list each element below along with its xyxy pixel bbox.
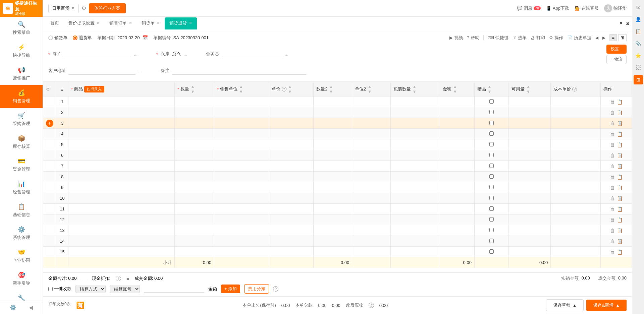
gift-checkbox[interactable] bbox=[489, 153, 494, 157]
row-product-cell[interactable] bbox=[68, 193, 175, 204]
row-available-cell[interactable] bbox=[509, 214, 551, 225]
row-pack-cell[interactable] bbox=[391, 247, 440, 257]
row-qty-cell[interactable] bbox=[174, 225, 214, 236]
row-available-cell[interactable] bbox=[509, 139, 551, 150]
amount-sort-icon[interactable]: ▲▼ bbox=[453, 84, 457, 94]
tab-sales-order-close[interactable]: ✕ bbox=[129, 21, 132, 25]
gear-col-icon[interactable]: ⚙ bbox=[46, 87, 50, 92]
row-product-cell[interactable] bbox=[68, 150, 175, 161]
right-panel-image-icon[interactable]: 🖼 bbox=[634, 63, 643, 72]
row-pack-cell[interactable] bbox=[391, 204, 440, 214]
message-btn[interactable]: 💬 消息 70 bbox=[517, 5, 541, 11]
row-qty2-cell[interactable] bbox=[314, 118, 352, 129]
delete-row-icon[interactable]: 🗑 bbox=[610, 249, 615, 255]
row-amount-cell[interactable] bbox=[440, 214, 475, 225]
product-input[interactable] bbox=[71, 174, 172, 179]
row-gift-cell[interactable] bbox=[474, 214, 509, 225]
row-product-cell[interactable] bbox=[68, 225, 175, 236]
discount-info-icon[interactable]: ? bbox=[116, 276, 121, 281]
gift-checkbox[interactable] bbox=[489, 217, 494, 222]
row-unit2-cell[interactable] bbox=[352, 118, 391, 129]
row-qty-cell[interactable] bbox=[174, 97, 214, 107]
user-profile[interactable]: 头 徐泽华 bbox=[604, 4, 627, 12]
row-qty-cell[interactable] bbox=[174, 139, 214, 150]
row-product-cell[interactable] bbox=[68, 214, 175, 225]
row-price-cell[interactable] bbox=[269, 97, 313, 107]
right-panel-star-icon[interactable]: ⭐ bbox=[634, 51, 643, 60]
settlement-select[interactable]: 结算方式 bbox=[75, 285, 106, 293]
row-gift-cell[interactable] bbox=[474, 193, 509, 204]
row-qty2-cell[interactable] bbox=[314, 107, 352, 118]
row-qty-cell[interactable] bbox=[174, 150, 214, 161]
row-price-cell[interactable] bbox=[269, 118, 313, 129]
row-qty-cell[interactable] bbox=[174, 182, 214, 193]
add-btn[interactable]: + 添加 bbox=[221, 285, 240, 293]
row-pack-cell[interactable] bbox=[391, 139, 440, 150]
gift-checkbox[interactable] bbox=[489, 185, 494, 189]
row-cost-cell[interactable] bbox=[551, 97, 601, 107]
row-pack-cell[interactable] bbox=[391, 107, 440, 118]
sidebar-item-system[interactable]: ⚙️ 系统管理 bbox=[0, 222, 43, 245]
row-product-cell[interactable] bbox=[68, 247, 175, 257]
salesperson-dots[interactable]: ... bbox=[285, 52, 288, 57]
row-amount-cell[interactable] bbox=[440, 225, 475, 236]
sidebar-item-enterprise[interactable]: 🤝 企业协同 bbox=[0, 245, 43, 267]
row-gift-cell[interactable] bbox=[474, 182, 509, 193]
product-input[interactable] bbox=[71, 142, 172, 147]
row-available-cell[interactable] bbox=[509, 247, 551, 257]
price-sort-icon[interactable]: ▲▼ bbox=[288, 84, 292, 94]
row-available-cell[interactable] bbox=[509, 150, 551, 161]
delete-row-icon[interactable]: 🗑 bbox=[610, 174, 615, 180]
row-qty-cell[interactable] bbox=[174, 236, 214, 247]
sidebar-item-newbie[interactable]: 🎯 新手引导 bbox=[0, 267, 43, 290]
sidebar-item-sales[interactable]: 💰 销售管理 bbox=[0, 85, 43, 108]
row-cost-cell[interactable] bbox=[551, 161, 601, 172]
row-available-cell[interactable] bbox=[509, 118, 551, 129]
history-btn[interactable]: 📄 历史单据 bbox=[567, 35, 591, 41]
gift-checkbox[interactable] bbox=[489, 228, 494, 232]
row-qty-cell[interactable] bbox=[174, 129, 214, 139]
row-price-cell[interactable] bbox=[269, 150, 313, 161]
app-download-btn[interactable]: 📱 App下载 bbox=[546, 5, 569, 11]
radio-return[interactable]: 退货单 bbox=[73, 35, 92, 41]
row-unit-cell[interactable] bbox=[214, 182, 269, 193]
gift-sort-icon[interactable]: ▲▼ bbox=[487, 84, 492, 94]
product-input[interactable] bbox=[71, 185, 172, 190]
row-cost-cell[interactable] bbox=[551, 150, 601, 161]
industry-selector[interactable]: 日用百货 ▼ bbox=[48, 4, 79, 13]
row-available-cell[interactable] bbox=[509, 97, 551, 107]
product-input[interactable] bbox=[71, 121, 172, 126]
row-qty-cell[interactable] bbox=[174, 214, 214, 225]
row-pack-cell[interactable] bbox=[391, 118, 440, 129]
shortcut-btn[interactable]: ⌨ 快捷键 bbox=[488, 35, 508, 41]
row-gift-cell[interactable] bbox=[474, 225, 509, 236]
delete-row-icon[interactable]: 🗑 bbox=[610, 110, 615, 115]
next-btn[interactable]: ▶ bbox=[602, 36, 605, 40]
row-pack-cell[interactable] bbox=[391, 129, 440, 139]
gift-checkbox[interactable] bbox=[489, 110, 494, 114]
row-pack-cell[interactable] bbox=[391, 225, 440, 236]
row-unit-cell[interactable] bbox=[214, 193, 269, 204]
row-qty-cell[interactable] bbox=[174, 161, 214, 172]
row-unit-cell[interactable] bbox=[214, 150, 269, 161]
row-cost-cell[interactable] bbox=[551, 139, 601, 150]
row-price-cell[interactable] bbox=[269, 107, 313, 118]
row-amount-cell[interactable] bbox=[440, 172, 475, 182]
row-available-cell[interactable] bbox=[509, 225, 551, 236]
unit-sort-icon[interactable]: ▲▼ bbox=[239, 84, 243, 94]
copy-row-icon[interactable]: 📋 bbox=[617, 196, 623, 201]
topbar-gear-icon[interactable]: ⚙ bbox=[82, 5, 86, 11]
row-qty-cell[interactable] bbox=[174, 193, 214, 204]
row-product-cell[interactable] bbox=[68, 118, 175, 129]
product-input[interactable] bbox=[71, 249, 172, 254]
row-cost-cell[interactable] bbox=[551, 204, 601, 214]
delete-row-icon[interactable]: 🗑 bbox=[610, 99, 615, 105]
row-unit2-cell[interactable] bbox=[352, 247, 391, 257]
row-unit2-cell[interactable] bbox=[352, 161, 391, 172]
row-qty-cell[interactable] bbox=[174, 247, 214, 257]
row-cost-cell[interactable] bbox=[551, 107, 601, 118]
row-price-cell[interactable] bbox=[269, 129, 313, 139]
list-view-btn[interactable]: ≡ bbox=[609, 34, 617, 41]
row-qty-cell[interactable] bbox=[174, 204, 214, 214]
row-amount-cell[interactable] bbox=[440, 247, 475, 257]
